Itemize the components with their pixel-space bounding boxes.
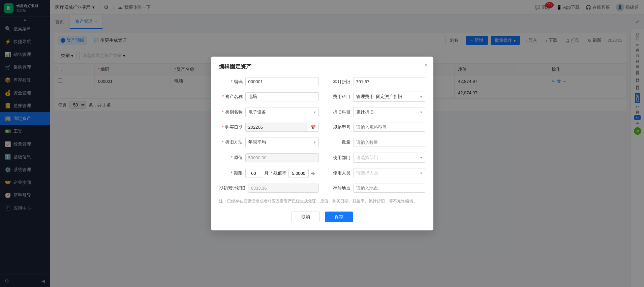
calendar-icon[interactable]: 📅 xyxy=(308,125,318,130)
modal-title: 编辑固定资产 xyxy=(219,63,425,70)
depreciation-subject-select[interactable]: 累计折旧 ▾ xyxy=(353,107,425,117)
form-row-depreciation-method: * 折旧方法 年限平均 ▾ xyxy=(219,137,319,147)
method-arrow: ▾ xyxy=(314,140,316,145)
residual-rate-label-inline: * 残值率 xyxy=(271,170,287,176)
form-row-purchase-date: * 购买日期 📅 xyxy=(219,123,319,132)
form-row-depreciation-subject: 折旧科目 累计折旧 ▾ xyxy=(327,107,425,117)
form-row-location: 存放地点 xyxy=(327,184,425,193)
form-row-category: * 类别名称 电子设备 ▾ xyxy=(219,107,319,117)
modal-overlay: 编辑固定资产 × * 编码 本月折旧 * 资产名称 xyxy=(0,0,644,287)
original-value-label: * 原值 xyxy=(219,155,243,161)
form-row-monthly-depreciation: 本月折旧 xyxy=(327,77,425,86)
name-label: * 资产名称 xyxy=(219,94,243,100)
initial-depreciation-label: 期初累计折旧 xyxy=(219,185,245,191)
period-row: 月 * 残值率 % xyxy=(245,169,315,178)
spec-input[interactable] xyxy=(353,123,425,132)
form-row-spec: 规格型号 xyxy=(327,123,425,132)
period-input[interactable] xyxy=(245,169,262,178)
category-label: * 类别名称 xyxy=(219,109,243,115)
form-row-user: 使用人员 请选择人员 ▾ xyxy=(327,168,425,178)
expense-subject-value: 管理费用_固定资产折旧 xyxy=(356,94,402,100)
spec-label: 规格型号 xyxy=(327,124,350,130)
department-placeholder: 请选择部门 xyxy=(356,155,378,161)
save-button[interactable]: 保存 xyxy=(325,212,353,222)
form-row-expense-subject: 费用科目 管理费用_固定资产折旧 ▾ xyxy=(327,92,425,102)
category-arrow: ▾ xyxy=(314,110,316,115)
initial-depreciation-input[interactable] xyxy=(248,184,319,193)
code-label: * 编码 xyxy=(219,79,243,85)
location-input[interactable] xyxy=(353,184,425,193)
user-placeholder: 请选择人员 xyxy=(356,170,378,176)
modal-close-button[interactable]: × xyxy=(424,62,428,69)
depreciation-subject-label: 折旧科目 xyxy=(327,109,350,115)
user-select[interactable]: 请选择人员 ▾ xyxy=(353,168,425,178)
form-row-period: * 期限 月 * 残值率 % xyxy=(219,168,319,178)
expense-subject-arrow: ▾ xyxy=(420,95,422,99)
depreciation-method-label: * 折旧方法 xyxy=(219,139,243,145)
modal-footer: 取消 保存 xyxy=(219,212,425,222)
residual-rate-input[interactable] xyxy=(288,169,309,178)
category-select[interactable]: 电子设备 ▾ xyxy=(245,107,319,117)
depreciation-method-select[interactable]: 年限平均 ▾ xyxy=(245,137,319,147)
period-unit: 月 xyxy=(264,170,269,176)
depreciation-method-value: 年限平均 xyxy=(248,139,266,145)
modal-note: 注：已经存在变更记录或者对应固定资产已经生成凭证，原值、购买日期、残值率、累计折… xyxy=(219,198,425,204)
modal-form: * 编码 本月折旧 * 资产名称 费用科目 管理费用_固定 xyxy=(219,77,425,193)
original-value-input[interactable] xyxy=(245,153,319,162)
form-row-code: * 编码 xyxy=(219,77,319,86)
monthly-depreciation-label: 本月折旧 xyxy=(327,79,350,85)
user-label: 使用人员 xyxy=(327,170,350,176)
purchase-date-field[interactable]: 📅 xyxy=(245,123,319,132)
name-input[interactable] xyxy=(245,92,319,101)
quantity-input[interactable] xyxy=(353,138,425,147)
expense-subject-select[interactable]: 管理费用_固定资产折旧 ▾ xyxy=(353,92,425,102)
period-label: * 期限 xyxy=(219,170,243,176)
edit-fixed-asset-modal: 编辑固定资产 × * 编码 本月折旧 * 资产名称 xyxy=(211,57,433,230)
form-row-name: * 资产名称 xyxy=(219,92,319,102)
depreciation-subject-arrow: ▾ xyxy=(420,110,422,115)
quantity-label: 数量 xyxy=(327,139,350,145)
form-row-quantity: 数量 xyxy=(327,137,425,147)
expense-subject-label: 费用科目 xyxy=(327,94,350,100)
monthly-depreciation-input[interactable] xyxy=(353,77,425,86)
form-row-original-value: * 原值 xyxy=(219,153,319,163)
purchase-date-label: * 购买日期 xyxy=(219,124,243,130)
rate-unit: % xyxy=(311,171,315,176)
department-select[interactable]: 请选择部门 ▾ xyxy=(353,153,425,163)
depreciation-subject-value: 累计折旧 xyxy=(356,109,374,115)
user-arrow: ▾ xyxy=(420,171,422,176)
code-input[interactable] xyxy=(245,77,319,86)
purchase-date-input[interactable] xyxy=(246,123,308,131)
location-label: 存放地点 xyxy=(327,185,350,191)
form-row-department: 使用部门 请选择部门 ▾ xyxy=(327,153,425,163)
form-row-initial-depreciation: 期初累计折旧 xyxy=(219,184,319,193)
category-value: 电子设备 xyxy=(248,109,266,115)
cancel-button[interactable]: 取消 xyxy=(292,212,320,222)
department-label: 使用部门 xyxy=(327,155,350,161)
dept-arrow: ▾ xyxy=(420,156,422,160)
